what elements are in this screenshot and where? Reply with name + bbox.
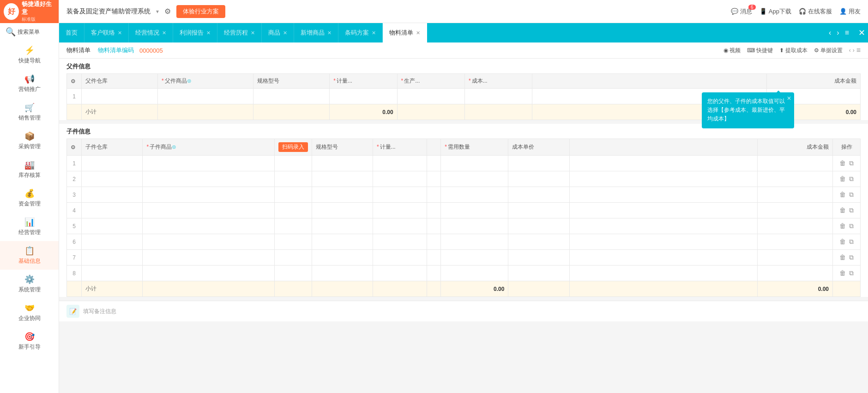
tab-new-product-close[interactable]: ✕ [327,30,332,36]
child-qty-cell-2[interactable] [441,171,508,187]
next-record-icon[interactable]: › [853,47,855,54]
child-warehouse-cell-8[interactable] [82,266,143,281]
tab-ops-close[interactable]: ✕ [162,30,166,36]
prev-record-icon[interactable]: ‹ [849,47,851,54]
tab-customer[interactable]: 客户联络 ✕ [84,23,129,42]
delete-icon-1[interactable]: 🗑 [839,159,846,167]
child-qty-cell-1[interactable] [441,156,508,171]
child-product-cell-3[interactable] [143,187,274,203]
th-settings[interactable]: ⚙ [67,74,82,89]
copy-icon-8[interactable]: ⧉ [849,269,854,277]
delete-icon-8[interactable]: 🗑 [839,269,846,277]
delete-icon-2[interactable]: 🗑 [839,175,846,182]
delete-icon-5[interactable]: 🗑 [839,222,846,230]
child-unitcost-cell-2[interactable] [508,171,569,187]
nav-next-icon[interactable]: › [834,29,842,37]
message-btn[interactable]: 💬 消息 6 [731,7,752,16]
tooltip-close-btn[interactable]: ✕ [787,94,791,103]
experience-btn[interactable]: 体验行业方案 [176,5,225,18]
parent-cost-cell[interactable] [464,89,532,104]
copy-icon-4[interactable]: ⧉ [849,206,854,214]
child-unitcost-cell-5[interactable] [508,218,569,234]
tab-history[interactable]: 经营历程 ✕ [217,23,262,42]
tab-products[interactable]: 商品 ✕ [262,23,294,42]
sidebar-item-basic-info[interactable]: 📋 基础信息 [0,241,59,270]
delete-icon-7[interactable]: 🗑 [839,254,846,261]
breadcrumb-bom-code[interactable]: 物料清单编码 [98,46,134,54]
child-unitcost-cell-8[interactable] [508,266,569,281]
expand-icon[interactable]: ≡ [856,46,861,54]
child-product-cell-1[interactable] [143,156,274,171]
child-warehouse-cell-3[interactable] [82,187,143,203]
online-service-btn[interactable]: 🎧 在线客服 [799,7,832,16]
parent-warehouse-cell[interactable] [82,89,158,104]
delete-icon-4[interactable]: 🗑 [839,206,846,214]
parent-produce-cell[interactable] [397,89,464,104]
sidebar-item-guide[interactable]: 🎯 新手引导 [0,327,59,356]
scan-input-btn[interactable]: 扫码录入 [278,142,308,152]
nav-menu-icon[interactable]: ≡ [842,29,852,37]
child-product-cell-8[interactable] [143,266,274,281]
breadcrumb-bom[interactable]: 物料清单 [66,46,90,54]
child-qty-cell-7[interactable] [441,250,508,266]
child-spec-cell-8[interactable] [312,266,373,281]
tab-bom-close[interactable]: ✕ [416,30,420,36]
child-spec-cell-5[interactable] [312,218,373,234]
child-qty-cell-3[interactable] [441,187,508,203]
copy-icon-6[interactable]: ⧉ [849,238,854,245]
tab-barcode-close[interactable]: ✕ [372,30,376,36]
action-view[interactable]: ◉ 视频 [723,47,741,54]
topbar-dropdown-arrow[interactable]: ▾ [156,8,159,15]
child-qty-cell-4[interactable] [441,203,508,218]
sidebar-item-quick-nav[interactable]: ⚡ 快捷导航 [0,41,59,69]
child-unitcost-cell-7[interactable] [508,250,569,266]
child-qty-cell-6[interactable] [441,234,508,250]
topbar-gear-icon[interactable]: ⚙ [164,7,171,16]
child-spec-cell-2[interactable] [312,171,373,187]
tab-profit[interactable]: 利润报告 ✕ [173,23,217,42]
child-unit-cell-8[interactable] [373,266,427,281]
child-unitcost-cell-3[interactable] [508,187,569,203]
parent-spec-cell[interactable] [253,89,330,104]
child-spec-cell-3[interactable] [312,187,373,203]
action-extract-cost[interactable]: ⬆ 提取成本 [779,47,808,54]
child-unitcost-cell-4[interactable] [508,203,569,218]
child-unitcost-cell-1[interactable] [508,156,569,171]
child-unit-cell-3[interactable] [373,187,427,203]
child-product-cell-2[interactable] [143,171,274,187]
child-qty-cell-8[interactable] [441,266,508,281]
app-download-btn[interactable]: 📱 App下载 [760,7,791,16]
child-unit-cell-7[interactable] [373,250,427,266]
copy-icon-3[interactable]: ⧉ [849,191,854,198]
copy-icon-5[interactable]: ⧉ [849,222,854,230]
tab-history-close[interactable]: ✕ [251,30,255,36]
tab-home[interactable]: 首页 [59,23,84,42]
child-spec-cell-1[interactable] [312,156,373,171]
child-warehouse-cell-4[interactable] [82,203,143,218]
tab-new-product[interactable]: 新增商品 ✕ [294,23,338,42]
child-unit-cell-4[interactable] [373,203,427,218]
sidebar-item-operations[interactable]: 📊 经营管理 [0,212,59,241]
child-unit-cell-2[interactable] [373,171,427,187]
child-warehouse-cell-2[interactable] [82,171,143,187]
nav-prev-icon[interactable]: ‹ [826,29,834,37]
child-warehouse-cell-6[interactable] [82,234,143,250]
nav-close-all-icon[interactable]: ✕ [856,28,868,38]
action-shortcut[interactable]: ⌨ 快捷键 [747,47,773,54]
sidebar-item-inventory[interactable]: 🏭 库存核算 [0,155,59,184]
child-warehouse-cell-1[interactable] [82,156,143,171]
delete-icon-6[interactable]: 🗑 [839,238,846,245]
copy-icon-1[interactable]: ⧉ [849,159,854,167]
child-qty-cell-5[interactable] [441,218,508,234]
child-spec-cell-4[interactable] [312,203,373,218]
parent-product-cell[interactable] [157,89,253,104]
child-warehouse-cell-7[interactable] [82,250,143,266]
sidebar-item-system[interactable]: ⚙️ 系统管理 [0,270,59,298]
tab-bom[interactable]: 物料清单 ✕ [383,23,427,42]
copy-icon-7[interactable]: ⧉ [849,254,854,261]
child-unit-cell-6[interactable] [373,234,427,250]
action-single-settings[interactable]: ⚙ 单据设置 [814,47,843,54]
child-unitcost-cell-6[interactable] [508,234,569,250]
tab-barcode[interactable]: 条码方案 ✕ [338,23,383,42]
sidebar-item-purchase[interactable]: 📦 采购管理 [0,127,59,155]
